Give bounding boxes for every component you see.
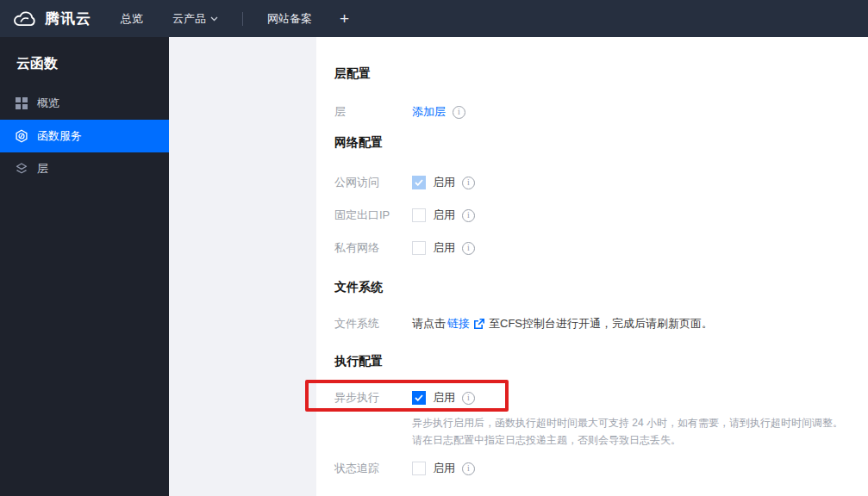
enable-label: 启用 (433, 390, 455, 406)
info-icon[interactable] (453, 106, 465, 119)
config-row-layer: 层 添加层 (334, 96, 868, 128)
nav-item-website-record[interactable]: 网站备案 (267, 11, 312, 27)
external-link-icon (474, 319, 484, 329)
info-icon[interactable] (462, 242, 475, 255)
tencent-cloud-logo-icon (12, 9, 38, 28)
function-list-panel (169, 37, 316, 496)
row-label: 固定出口IP (334, 208, 412, 223)
config-content: 层配置 层 添加层 网络配置 公网访问 启用 固定出口IP 启用 (316, 37, 868, 496)
config-row-file-system: 文件系统 请点击链接 至CFS控制台进行开通，完成后请刷新页面。 (334, 307, 868, 340)
info-icon[interactable] (462, 177, 475, 189)
nav-item-cloud-products[interactable]: 云产品 (172, 11, 218, 27)
row-label: 私有网络 (334, 240, 412, 256)
nav-divider (242, 12, 243, 26)
config-row-async-execution: 异步执行 启用 (334, 381, 868, 414)
sidebar-item-label: 概览 (37, 96, 59, 111)
file-system-hint-prefix: 请点击 (412, 316, 446, 332)
sidebar-item-overview[interactable]: 概览 (0, 87, 169, 120)
section-title-file-system: 文件系统 (334, 278, 868, 295)
sidebar-item-function-service[interactable]: 函数服务 (0, 120, 169, 152)
sidebar-item-layers[interactable]: 层 (0, 152, 169, 185)
enable-label: 启用 (433, 461, 455, 476)
config-row-status-tracking: 状态追踪 启用 (334, 452, 868, 485)
layers-icon (15, 162, 28, 176)
sidebar: 云函数 概览 函数服务 (0, 37, 169, 496)
row-label: 异步执行 (334, 390, 412, 406)
async-execution-checkbox[interactable] (412, 391, 426, 405)
enable-label: 启用 (433, 208, 455, 223)
add-layer-link[interactable]: 添加层 (412, 104, 446, 120)
grid-icon (15, 96, 28, 110)
sidebar-title: 云函数 (0, 37, 169, 87)
row-label: 状态追踪 (334, 461, 412, 476)
config-row-public-access: 公网访问 启用 (334, 166, 868, 199)
function-hexagon-icon (15, 129, 28, 143)
section-title-network-config: 网络配置 (334, 133, 868, 151)
row-label: 层 (334, 104, 412, 120)
public-access-checkbox (412, 176, 426, 189)
enable-label: 启用 (433, 240, 455, 256)
top-navbar: 腾讯云 总览 云产品 网站备案 + (0, 0, 868, 37)
info-icon[interactable] (462, 209, 475, 222)
row-label: 文件系统 (334, 316, 412, 332)
config-row-private-network: 私有网络 启用 (334, 232, 868, 264)
private-network-checkbox[interactable] (412, 241, 426, 255)
file-system-hint-suffix: 至CFS控制台进行开通，完成后请刷新页面。 (489, 316, 713, 332)
status-tracking-checkbox[interactable] (412, 462, 426, 475)
enable-label: 启用 (433, 175, 455, 190)
chevron-down-icon (210, 16, 218, 22)
info-icon[interactable] (462, 462, 475, 475)
async-execution-helper-text: 异步执行启用后，函数执行超时时间最大可支持 24 小时，如有需要，请到执行超时时… (412, 414, 864, 449)
section-title-layer-config: 层配置 (334, 65, 868, 82)
brand-name: 腾讯云 (45, 9, 91, 28)
row-label: 公网访问 (334, 175, 412, 190)
section-title-execution-config: 执行配置 (334, 352, 868, 369)
config-row-fixed-ip: 固定出口IP 启用 (334, 199, 868, 232)
info-icon[interactable] (462, 392, 475, 405)
brand-logo-link[interactable]: 腾讯云 (12, 9, 91, 28)
sidebar-item-label: 函数服务 (37, 128, 82, 144)
sidebar-item-label: 层 (37, 161, 48, 177)
nav-add-tab-button[interactable]: + (340, 9, 349, 28)
fixed-ip-checkbox[interactable] (412, 208, 426, 222)
nav-item-overview[interactable]: 总览 (121, 11, 143, 27)
app-window: 腾讯云 总览 云产品 网站备案 + 云函数 概览 (0, 0, 868, 496)
cfs-console-link[interactable]: 链接 (447, 316, 470, 332)
